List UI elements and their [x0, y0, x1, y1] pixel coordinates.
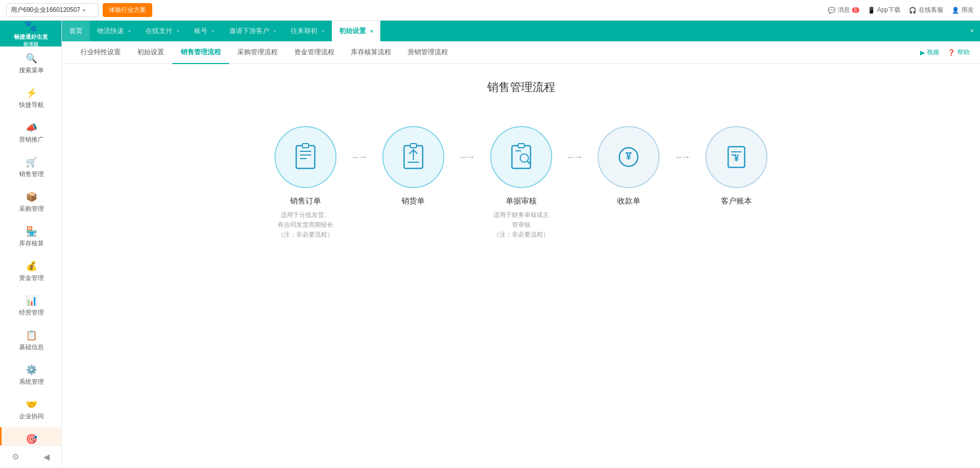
svg-rect-0: [296, 146, 315, 168]
nav-tab-downstream[interactable]: 邀请下游客户 ×: [222, 21, 284, 41]
invoice-icon: [399, 143, 428, 171]
app-download-btn[interactable]: 📱 App下载: [867, 6, 901, 14]
sidebar-item-newuser[interactable]: 🎯 新手引导: [0, 427, 61, 445]
top-bar-right: 💬 消息 6 📱 App下载 🎧 在线客服 👤 用友: [828, 6, 974, 14]
logo-line2: 标准版: [14, 41, 48, 48]
sidebar-label-basic: 基础信息: [19, 343, 44, 352]
payment-label: 在线支付: [146, 26, 172, 36]
close-payment-icon[interactable]: ×: [176, 28, 180, 34]
sidebar-item-basic[interactable]: 📋 基础信息: [0, 323, 61, 358]
close-downstream-icon[interactable]: ×: [274, 28, 277, 34]
sub-tab-init[interactable]: 初始设置: [129, 41, 172, 64]
video-icon: ▶: [920, 49, 925, 56]
nav-tab-init[interactable]: 初始设置 ×: [332, 21, 380, 41]
message-badge: 6: [852, 7, 859, 13]
svg-point-10: [520, 154, 528, 162]
sub-tab-inventory-flow[interactable]: 库存核算流程: [343, 41, 399, 64]
sidebar-item-quick[interactable]: ⚡ 快捷导航: [0, 81, 61, 116]
sub-tab-purchase-flow[interactable]: 采购管理流程: [229, 41, 286, 64]
sidebar-item-system[interactable]: ⚙️ 系统管理: [0, 358, 61, 393]
sidebar-item-inventory[interactable]: 🏪 库存核算: [0, 220, 61, 254]
sidebar-label-operations: 经营管理: [19, 308, 44, 317]
flow-step-sales-order: 销售订单 适用于分批发货、有合同发货周期较长（注：非必要流程）: [259, 126, 352, 240]
avatar-icon: 👤: [952, 7, 959, 14]
sidebar-item-sales[interactable]: 🛒 销售管理: [0, 150, 61, 185]
message-btn[interactable]: 💬 消息 6: [828, 6, 859, 14]
sidebar-label-inventory: 库存核算: [19, 239, 44, 248]
nav-tab-payment[interactable]: 在线支付 ×: [138, 21, 187, 41]
chevron-down-icon: ▾: [83, 7, 86, 14]
user-name: 用友: [961, 6, 974, 14]
top-bar-left: 用户690企业1660120507 ▾ 体验行业方案: [6, 3, 152, 17]
flow-step-name-invoice: 销货单: [401, 196, 425, 206]
sub-tab-industry[interactable]: 行业特性设置: [72, 41, 129, 64]
sidebar-item-corp[interactable]: 🤝 企业协同: [0, 393, 61, 427]
home-label: 首页: [69, 26, 83, 36]
close-accounts-icon[interactable]: ×: [212, 28, 215, 34]
message-label: 消息: [838, 6, 850, 14]
flow-circle-sales-order: [275, 126, 336, 188]
sidebar: 🐾 畅捷通好生意 标准版 🔍 搜索菜单 ⚡ 快捷导航 📣 营销推广 🛒 销售管理: [0, 21, 62, 468]
sidebar-label-corp: 企业协同: [19, 412, 44, 421]
system-icon: ⚙️: [26, 364, 37, 376]
headset-icon: 🎧: [909, 7, 917, 14]
app-icon: 📱: [867, 7, 875, 14]
nav-tabs-bar: 首页 物流快递 × 在线支付 × 账号 × 邀请下游客户 × 往来期初 ×: [62, 21, 980, 41]
sub-tab-marketing-flow-label: 营销管理流程: [408, 48, 448, 56]
close-period-icon[interactable]: ×: [322, 28, 325, 34]
account-icon: ¥: [722, 143, 751, 171]
help-btn[interactable]: ❓ 帮助: [947, 48, 970, 57]
flow-step-name-sales-order: 销售订单: [290, 196, 321, 206]
nav-tab-accounts[interactable]: 账号 ×: [187, 21, 222, 41]
sidebar-label-search: 搜索菜单: [19, 66, 44, 75]
sub-tab-actions: ▶ 视频 ❓ 帮助: [920, 48, 970, 57]
sub-tab-marketing-flow[interactable]: 营销管理流程: [399, 41, 456, 64]
init-label: 初始设置: [339, 26, 366, 36]
logo-line1: 畅捷通好生意: [14, 33, 48, 41]
video-btn[interactable]: ▶ 视频: [920, 48, 939, 57]
flow-step-account: ¥ 客户账本: [690, 126, 783, 210]
sub-tab-purchase-flow-label: 采购管理流程: [237, 48, 278, 56]
nav-tab-period[interactable]: 往来期初 ×: [283, 21, 332, 41]
sidebar-label-system: 系统管理: [19, 378, 44, 386]
order-icon: [291, 143, 320, 171]
sub-tab-industry-label: 行业特性设置: [81, 48, 121, 56]
quick-icon: ⚡: [26, 87, 37, 99]
downstream-label: 邀请下游客户: [229, 26, 269, 36]
flow-step-name-account: 客户账本: [721, 196, 752, 206]
svg-rect-13: [518, 144, 524, 148]
sub-tab-sales-flow-label: 销售管理流程: [181, 48, 221, 56]
close-logistics-icon[interactable]: ×: [128, 28, 131, 34]
user-menu-btn[interactable]: 👤 用友: [952, 6, 974, 14]
accounts-label: 账号: [194, 26, 207, 36]
user-selector[interactable]: 用户690企业1660120507 ▾: [6, 3, 99, 17]
close-init-icon[interactable]: ×: [370, 28, 373, 34]
svg-rect-4: [302, 144, 309, 148]
sidebar-item-purchase[interactable]: 📦 采购管理: [0, 185, 61, 220]
close-all-btn[interactable]: ×: [964, 27, 980, 35]
flow-step-invoice: 销货单: [367, 126, 460, 210]
flow-circle-receipt: ¥: [598, 126, 660, 188]
finance-icon: 💰: [26, 260, 37, 272]
collapse-btn[interactable]: ◀: [41, 450, 52, 464]
nav-tab-logistics[interactable]: 物流快递 ×: [90, 21, 138, 41]
sub-tab-finance-flow[interactable]: 资金管理流程: [286, 41, 343, 64]
online-service-btn[interactable]: 🎧 在线客服: [909, 6, 943, 14]
flow-circle-account: ¥: [705, 126, 767, 188]
sidebar-item-search[interactable]: 🔍 搜索菜单: [0, 46, 61, 81]
flow-arrow-2: ···→: [460, 126, 475, 163]
sidebar-item-marketing[interactable]: 📣 营销推广: [0, 116, 61, 150]
sidebar-label-sales: 销售管理: [19, 170, 44, 179]
sub-tab-sales-flow[interactable]: 销售管理流程: [172, 41, 229, 64]
flow-step-receipt: ¥ 收款单: [582, 126, 675, 210]
logo-area: 🐾 畅捷通好生意 标准版: [0, 21, 61, 46]
flow-step-desc-audit: 适用于财务审核或主管审核（注：非必要流程）: [493, 210, 549, 240]
user-label: 用户690企业1660120507: [11, 6, 81, 14]
svg-rect-8: [410, 144, 416, 148]
sidebar-item-operations[interactable]: 📊 经营管理: [0, 289, 61, 323]
sidebar-item-finance[interactable]: 💰 资金管理: [0, 254, 61, 289]
sidebar-label-marketing: 营销推广: [19, 135, 44, 144]
nav-tab-home[interactable]: 首页: [62, 21, 90, 41]
settings-btn[interactable]: ⚙: [10, 450, 21, 464]
trial-btn[interactable]: 体验行业方案: [103, 3, 152, 17]
